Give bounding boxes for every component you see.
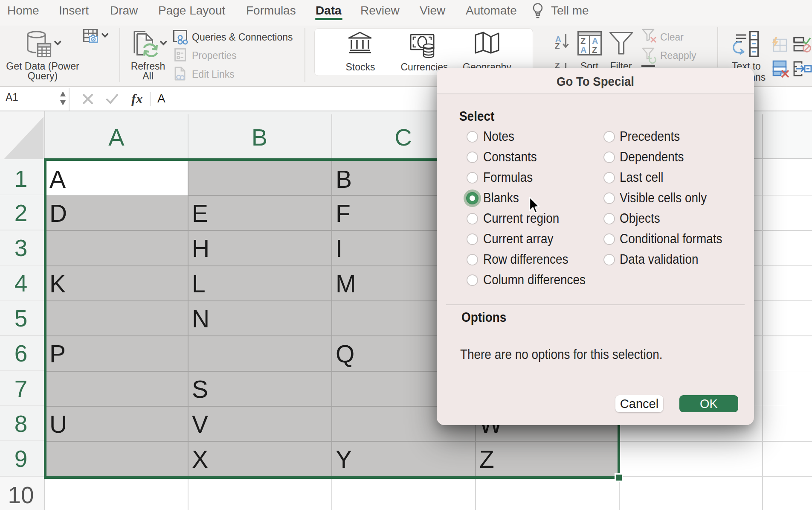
svg-text:Z: Z [555,41,560,50]
svg-text:A: A [580,45,586,55]
svg-text:A: A [592,36,598,46]
svg-text:Z: Z [580,36,586,46]
svg-text:Z: Z [592,45,597,55]
